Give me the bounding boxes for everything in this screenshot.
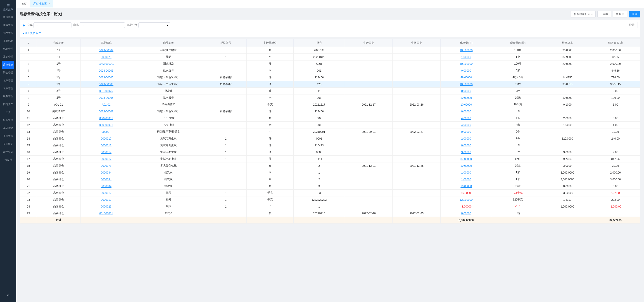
table-cell[interactable]: 0023-00008	[80, 81, 132, 88]
table-cell[interactable]: 10.00000	[440, 183, 492, 190]
table-cell[interactable]: 0000078	[80, 163, 132, 169]
sidebar-item-5[interactable]: 采购管理	[2, 53, 14, 61]
table-cell[interactable]: 49.60000	[440, 74, 492, 81]
sidebar-item-2[interactable]: 批发管理	[2, 29, 14, 37]
table-cell[interactable]: -16.00000	[440, 190, 492, 196]
table-cell	[544, 88, 591, 94]
table-cell[interactable]: 100.00000	[440, 61, 492, 67]
sidebar-search[interactable]: ☰ 搜索菜单	[0, 2, 16, 13]
table-cell[interactable]: 10.00000	[440, 163, 492, 169]
display-button[interactable]: ⊞ 显示	[613, 11, 627, 18]
table-cell[interactable]: 0023-00008	[80, 108, 132, 115]
expand-button[interactable]: ▾ 展开更多条件	[23, 31, 638, 35]
table-cell	[544, 108, 591, 115]
sidebar-item-18[interactable]: 云应用	[2, 156, 14, 164]
sidebar-item-9[interactable]: 发票管理	[2, 84, 14, 92]
table-cell[interactable]: 0.00000	[440, 88, 492, 94]
table-cell	[345, 81, 393, 88]
table-cell: 2021-12-21	[345, 163, 393, 169]
table-cell[interactable]: 4.00000	[440, 122, 492, 128]
table-cell: 122千克	[492, 196, 544, 203]
table-cell[interactable]: 000097	[80, 128, 132, 135]
table-cell[interactable]: 3.00000	[440, 149, 492, 156]
table-cell[interactable]: 0000012	[80, 196, 132, 203]
table-row: 9A01-01A01-01子件保票斯千克202112172021-12-1720…	[20, 101, 640, 108]
table-cell[interactable]: 0000017	[80, 142, 132, 149]
table-cell[interactable]: 0000084	[80, 169, 132, 176]
table-cell[interactable]: 0000029	[80, 54, 132, 61]
table-cell[interactable]: 0000012	[80, 190, 132, 196]
table-cell[interactable]: 4.00000	[440, 115, 492, 122]
table-cell: 10支	[492, 163, 544, 169]
table-cell[interactable]: 122.00000	[440, 196, 492, 203]
table-cell: 2	[294, 163, 345, 169]
table-cell[interactable]: 0000084	[80, 183, 132, 190]
sidebar-item-12[interactable]: 工资	[2, 108, 14, 116]
category-chevron-icon[interactable]: ▾	[167, 24, 168, 27]
sidebar-item-3[interactable]: 小脑电商	[2, 37, 14, 45]
sidebar-item-0[interactable]: 快捷导航	[2, 13, 14, 21]
table-cell[interactable]: -1.00000	[440, 203, 492, 210]
tab-close-1[interactable]: ✕	[48, 3, 50, 5]
table-cell[interactable]: 1.00000	[440, 169, 492, 176]
col-header: 商品编码	[80, 39, 132, 47]
filter-collapse-icon[interactable]: ▶	[23, 23, 25, 27]
sidebar-item-16[interactable]: 企业协同	[2, 140, 14, 148]
table-cell[interactable]: 0000017	[80, 149, 132, 156]
table-cell[interactable]: 1.00000	[440, 176, 492, 183]
sidebar-item-8[interactable]: 总账管理	[2, 77, 14, 84]
table-cell[interactable]: 0000017	[80, 135, 132, 142]
table-cell[interactable]: 100.00000	[440, 47, 492, 54]
table-cell[interactable]: 0.00000	[440, 210, 492, 217]
export-button[interactable]: ↑ 导出	[598, 11, 611, 18]
table-cell	[393, 190, 441, 196]
sidebar-item-11[interactable]: 固定资产	[2, 100, 14, 108]
table-cell[interactable]: 0000017	[80, 156, 132, 163]
table-cell[interactable]: 001000026	[80, 88, 132, 94]
table-cell[interactable]: 0.00000	[440, 142, 492, 149]
table-cell	[544, 210, 591, 217]
tab-0[interactable]: 首页	[18, 0, 30, 8]
table-cell[interactable]: 10.00000	[440, 101, 492, 108]
sidebar-item-13[interactable]: 经营管理	[2, 116, 14, 124]
table-cell[interactable]: 0000029	[80, 203, 132, 210]
table-cell[interactable]: 000900001	[80, 115, 132, 122]
table-cell[interactable]: 87.00000	[440, 156, 492, 163]
table-cell[interactable]: 0.00000	[440, 108, 492, 115]
sidebar-item-10[interactable]: 税务管理	[2, 92, 14, 100]
settings-button[interactable]: 设置	[626, 22, 638, 28]
sidebar-item-14[interactable]: 基础信息	[2, 124, 14, 132]
table-cell[interactable]: 2.00000	[440, 135, 492, 142]
warehouse-input[interactable]	[34, 23, 72, 28]
table-cell[interactable]: 000900001	[80, 122, 132, 128]
table-cell[interactable]: 0.00000	[440, 128, 492, 135]
print-button[interactable]: 🖨 按模板打印 ▾	[570, 11, 596, 18]
col-header: 现存量(主)	[440, 39, 492, 47]
sidebar-item-17[interactable]: 新手引导	[2, 148, 14, 156]
table-cell[interactable]: 10.00000	[440, 94, 492, 101]
table-cell: 716.00	[591, 74, 640, 81]
sidebar-item-7[interactable]: 资金管理	[2, 69, 14, 77]
table-cell[interactable]: 0023-0000...	[80, 61, 132, 67]
table-cell[interactable]: 0000084	[80, 176, 132, 183]
table-cell	[393, 74, 441, 81]
table-cell[interactable]: A01-01	[80, 101, 132, 108]
table-cell[interactable]: 0.00000	[440, 67, 492, 74]
table-cell[interactable]: 0023-00005	[80, 67, 132, 74]
table-cell[interactable]: 100.00000	[440, 81, 492, 88]
tab-1[interactable]: 库存批次查✕	[30, 0, 54, 8]
query-button[interactable]: 查询	[629, 11, 640, 18]
sidebar-item-1[interactable]: 零售管理	[2, 21, 14, 29]
table-cell[interactable]: 0023-00005	[80, 94, 132, 101]
table-cell[interactable]: 0023-00009	[80, 47, 132, 54]
category-filter: 商品分类 ▾	[127, 23, 170, 28]
settings-icon[interactable]: ⚙	[0, 291, 16, 299]
product-input[interactable]	[80, 23, 125, 28]
sidebar-item-15[interactable]: 系统管理	[2, 132, 14, 140]
sidebar-item-6[interactable]: 库存核算	[2, 61, 14, 69]
table-cell[interactable]: 0023-00005	[80, 74, 132, 81]
table-cell[interactable]: 001000031	[80, 210, 132, 217]
table-cell[interactable]: 1.00000	[440, 54, 492, 61]
table-cell: 件	[246, 149, 294, 156]
sidebar-item-4[interactable]: 电商管理	[2, 45, 14, 53]
